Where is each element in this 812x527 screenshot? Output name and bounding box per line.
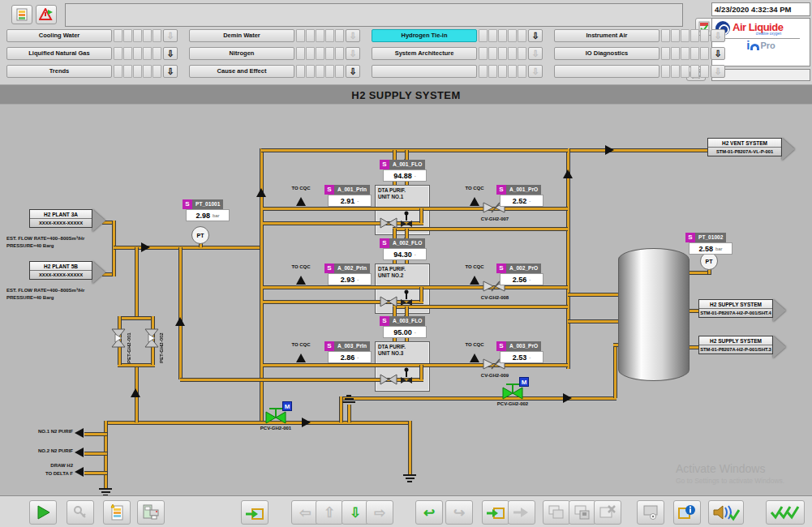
source-pressure-note: PRESSURE=40 Barg	[6, 295, 144, 300]
navigate-down-button[interactable]: ⇩	[342, 500, 369, 525]
nav-indicator-cell	[488, 65, 497, 78]
nav-demin-water[interactable]: Demin Water	[189, 29, 294, 42]
motor-indicator: M	[282, 401, 292, 411]
key-icon	[72, 504, 88, 521]
pipe	[419, 365, 423, 379]
key-button[interactable]	[67, 500, 94, 525]
dest-h2-vent-system[interactable]: H2 VENT SYSTEM STM-01-P8207A-VL-P-001	[707, 138, 782, 156]
globe-valve-icon[interactable]	[399, 211, 414, 229]
alarm-ack-all-icon	[770, 504, 801, 521]
nav-indicator-cell	[123, 29, 132, 42]
to-cqc-label: TO CQC	[456, 186, 493, 191]
tag-pt-01002[interactable]: SPT_01002 2.58bar	[685, 233, 733, 255]
nav-lng[interactable]: Liquified Natural Gas	[6, 47, 112, 60]
display-next-button[interactable]	[508, 500, 535, 525]
display-info-button[interactable]	[673, 500, 701, 525]
tag-prin[interactable]: SA_002_PrIn 2.93-	[324, 264, 372, 285]
window-cascade-icon	[548, 504, 565, 521]
alarm-banner[interactable]	[65, 3, 683, 27]
tag-flo[interactable]: SA_003_FLO 95.00-	[380, 316, 427, 338]
pipe	[178, 247, 183, 379]
window-cascade-button[interactable]	[543, 500, 570, 525]
valve-label: PCV-GH2-001	[245, 426, 307, 431]
nav-down-arrow-icon[interactable]: ⇩	[163, 47, 178, 60]
nav-down-arrow-icon[interactable]: ⇩	[711, 29, 725, 42]
navigate-up-button[interactable]: ⇧	[316, 500, 343, 525]
nav-io-diagnostics[interactable]: IO Diagnostics	[554, 47, 659, 60]
tag-pro[interactable]: SA_001_PrO 2.52-	[496, 185, 543, 207]
globe-valve-icon[interactable]	[399, 367, 414, 385]
window-close-button[interactable]	[594, 500, 621, 525]
nav-indicator-cell	[488, 47, 497, 60]
tag-flo[interactable]: SA_001_FLO 94.88-	[380, 160, 427, 182]
nav-indicator-cell	[508, 65, 517, 78]
filter-valve-icon[interactable]	[110, 328, 127, 349]
navigate-right-button[interactable]: ⇨	[366, 500, 393, 525]
product-logo: i Pro	[715, 41, 806, 50]
nav-down-arrow-icon[interactable]: ⇩	[163, 29, 178, 42]
nav-trends[interactable]: Trends	[6, 65, 112, 78]
nav-indicator-cell	[508, 47, 517, 60]
window-save-button[interactable]	[569, 500, 596, 525]
process-diagram: H2 PLANT 3A XXXX-XXXX-XXXXX EST. FLOW RA…	[0, 105, 812, 495]
nav-system-architecture[interactable]: System Architecture	[372, 47, 477, 60]
display-forward-button[interactable]	[482, 500, 509, 525]
alarm-summary-button[interactable]	[36, 5, 57, 24]
pipe	[84, 471, 107, 475]
window-save-icon	[574, 504, 591, 521]
print-setup-icon	[142, 503, 160, 521]
manual-valve-icon[interactable]	[380, 296, 397, 307]
nav-down-arrow-icon[interactable]: ⇩	[528, 47, 543, 60]
pipe	[135, 247, 139, 318]
tag-prin[interactable]: SA_001_PrIn 2.91-	[324, 185, 372, 207]
nav-indicator-cell	[671, 29, 680, 42]
navigate-left-button[interactable]: ⇦	[291, 500, 319, 525]
nav-down-arrow-icon[interactable]: ⇩	[528, 29, 543, 42]
page-title: H2 SUPPLY SYSTEM	[0, 84, 812, 105]
nav-hydrogen-tie-in[interactable]: Hydrogen Tie-in	[372, 29, 477, 42]
nav-indicator-cell	[335, 29, 344, 42]
nav-down-arrow-icon[interactable]: ⇩	[346, 47, 360, 60]
nav-nitrogen[interactable]: Nitrogen	[189, 47, 294, 60]
tag-pro[interactable]: SA_002_PrO 2.56-	[496, 264, 543, 285]
tag-pt-01001[interactable]: SPT_01001 2.98bar	[183, 199, 230, 221]
dest-h2-supply-sht3[interactable]: H2 SUPPLY SYSTEM STM-01-P8207A-H2-P-001/…	[698, 336, 773, 354]
nav-down-arrow-icon[interactable]: ⇩	[346, 29, 360, 42]
nav-down-arrow-icon[interactable]: ⇩	[346, 65, 360, 78]
source-h2-plant-5b[interactable]: H2 PLANT 5B XXXX-XXXX-XXXXX	[29, 261, 92, 280]
nav-indicator-cell	[700, 29, 709, 42]
nav-indicator-cell	[498, 29, 507, 42]
undo-display-button[interactable]: ↩	[415, 500, 443, 525]
tag-pro[interactable]: SA_003_PrO 2.53-	[496, 341, 543, 363]
export-display-button[interactable]	[241, 500, 269, 525]
display-visibility-button[interactable]	[637, 500, 664, 525]
alarm-sound-ack-button[interactable]	[708, 500, 744, 525]
nav-indicator-cell	[296, 65, 305, 78]
nav-indicator-cell	[133, 65, 142, 78]
report-button[interactable]	[11, 5, 32, 24]
nav-indicator-cell	[306, 47, 315, 60]
nav-instrument-air[interactable]: Instrument Air	[554, 29, 659, 42]
globe-valve-icon[interactable]	[399, 289, 414, 307]
filter-valve-icon[interactable]	[144, 328, 160, 349]
redo-display-button[interactable]: ↪	[445, 500, 473, 525]
tag-flo[interactable]: SA_002_FLO 94.30-	[380, 238, 427, 260]
nav-down-arrow-icon[interactable]: ⇩	[711, 47, 725, 60]
manual-valve-icon[interactable]	[380, 374, 397, 385]
nav-cause-and-effect[interactable]: Cause and Effect	[189, 65, 294, 78]
nav-cooling-water[interactable]: Cooling Water	[6, 29, 112, 42]
source-h2-plant-3a[interactable]: H2 PLANT 3A XXXX-XXXX-XXXXX	[29, 209, 92, 228]
filter-label: PET-GH2-001	[127, 319, 131, 363]
tag-prin[interactable]: SA_003_PrIn 2.86-	[324, 341, 372, 363]
nav-down-arrow-icon: ⇩	[528, 65, 543, 78]
run-button[interactable]	[29, 500, 57, 525]
nav-indicator-cell	[306, 29, 315, 42]
pipe	[118, 316, 155, 320]
alarm-ack-all-button[interactable]	[766, 500, 805, 525]
report-tool-button[interactable]	[103, 500, 131, 525]
nav-down-arrow-icon[interactable]: ⇩	[163, 65, 178, 78]
dest-h2-supply-sht4[interactable]: H2 SUPPLY SYSTEM STM-01-P8207A-H2-P-001/…	[698, 299, 773, 318]
print-setup-button[interactable]	[137, 500, 165, 525]
manual-valve-icon[interactable]	[380, 217, 397, 229]
buffer-vessel[interactable]	[618, 248, 690, 381]
